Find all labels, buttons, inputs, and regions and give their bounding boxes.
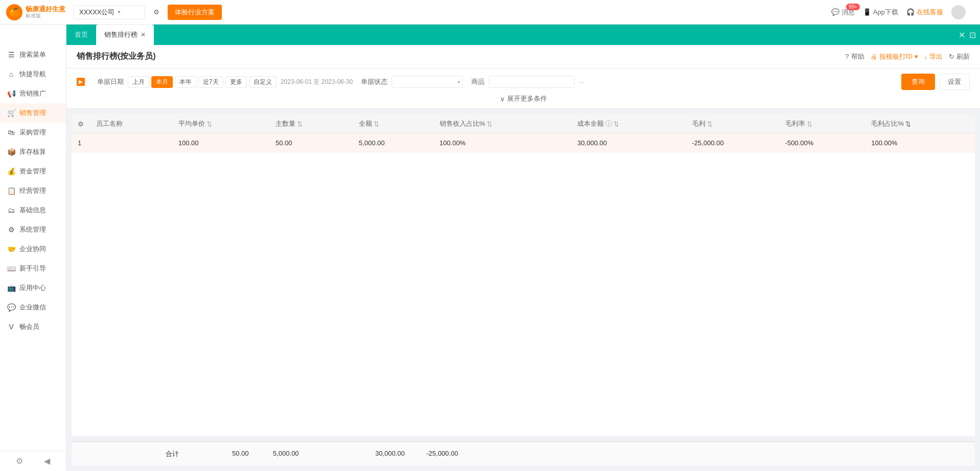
top-bar: 🍊 畅康通好生意 标准版 XXXXX公司 ▾ ⚙ 体验行业方案 💬 消息 99+… xyxy=(0,0,980,25)
sidebar-item-inventory[interactable]: 📦 库存核算 xyxy=(0,142,66,162)
sidebar-item-ops[interactable]: 📋 经营管理 xyxy=(0,181,66,200)
th-avg-price-label[interactable]: 平均单价⇅ xyxy=(178,119,212,128)
logo-title: 畅康通好生意 xyxy=(26,5,65,13)
date-btn-7days[interactable]: 近7天 xyxy=(198,76,223,88)
sidebar-label-guide: 新手引导 xyxy=(19,264,46,273)
sidebar-label-appcenter: 应用中心 xyxy=(19,283,46,293)
sidebar-item-sys[interactable]: ⚙ 系统管理 xyxy=(0,220,66,239)
date-btn-custom[interactable]: 自定义 xyxy=(249,76,277,88)
sidebar-label-inventory: 库存核算 xyxy=(19,147,46,156)
sort-gross-icon: ⇅ xyxy=(707,120,713,128)
sidebar-item-member[interactable]: V 畅会员 xyxy=(0,317,66,337)
th-qty-label[interactable]: 主数量⇅ xyxy=(276,119,303,128)
app-download-label: App下载 xyxy=(873,8,898,17)
search-icon: ☰ xyxy=(7,51,15,59)
sidebar-label-sys: 系统管理 xyxy=(19,225,46,234)
goods-input[interactable] xyxy=(489,76,575,88)
th-cost: 成本全额 ⓘ⇅ xyxy=(571,114,686,134)
print-button[interactable]: 🖨 按模板打印 ▾ xyxy=(871,52,918,61)
status-select[interactable] xyxy=(392,76,463,88)
goods-more-icon[interactable]: ··· xyxy=(579,78,584,86)
tab-bar-actions: ✕ ⊡ xyxy=(959,30,980,40)
cell-rank: 1 xyxy=(72,134,90,152)
sidebar-item-search-order[interactable]: ☰ 搜索菜单 xyxy=(0,45,66,64)
date-btn-this-month[interactable]: 本月 xyxy=(151,76,173,88)
tab-close-icon[interactable]: ✕ xyxy=(141,31,146,38)
th-sales-pct-label[interactable]: 销售收入占比%⇅ xyxy=(440,119,493,128)
sidebar-item-basic[interactable]: 🗂 基础信息 xyxy=(0,200,66,220)
query-button[interactable]: 查询 xyxy=(901,74,935,90)
cell-cost: 30,000.00 xyxy=(571,134,686,152)
tab-home[interactable]: 首页 xyxy=(66,25,96,45)
sidebar-item-guide[interactable]: 📖 新手引导 xyxy=(0,259,66,278)
top-bar-right: 💬 消息 99+ 📱 App下载 🎧 在线客服 xyxy=(831,5,974,19)
app-download-button[interactable]: 📱 App下载 xyxy=(863,8,898,17)
th-gross-rate-label[interactable]: 毛利率⇅ xyxy=(785,119,812,128)
tab-sales-rank[interactable]: 销售排行榜 ✕ xyxy=(96,25,154,45)
page-actions: ? 帮助 🖨 按模板打印 ▾ ↓ 导出 ↻ 刷新 xyxy=(845,52,970,61)
refresh-button[interactable]: ↻ 刷新 xyxy=(949,52,970,61)
member-icon: V xyxy=(7,323,15,331)
company-selector[interactable]: XXXXX公司 ▾ xyxy=(74,5,145,19)
date-btn-last-month[interactable]: 上月 xyxy=(128,76,149,88)
inventory-icon: 📦 xyxy=(7,148,15,156)
sort-avg-price-icon: ⇅ xyxy=(207,120,212,128)
logo-icon: 🍊 xyxy=(6,4,22,20)
settings-icon[interactable]: ⚙ xyxy=(149,5,164,19)
filter-row: ▶ 单据日期 上月 本月 本年 近7天 更多 自定义 2023-06-01 至 … xyxy=(77,74,970,90)
wechat-icon: 💬 xyxy=(7,303,15,311)
trial-button[interactable]: 体验行业方案 xyxy=(168,5,222,20)
th-gross-pct: 毛利占比% ⇅ xyxy=(865,114,975,134)
sidebar-settings-icon[interactable]: ⚙ xyxy=(16,456,23,466)
notif-badge: 99+ xyxy=(846,4,860,10)
sidebar-item-appcenter[interactable]: 📺 应用中心 xyxy=(0,278,66,298)
notification-button[interactable]: 💬 消息 99+ xyxy=(831,8,855,17)
sidebar-item-sales[interactable]: 🛒 销售管理 xyxy=(0,103,66,123)
status-filter: 单据状态 xyxy=(361,76,463,88)
sidebar-item-wechat[interactable]: 💬 企业微信 xyxy=(0,298,66,317)
sidebar-item-purchase[interactable]: 🛍 采购管理 xyxy=(0,123,66,142)
th-cost-label[interactable]: 成本全额 ⓘ⇅ xyxy=(577,119,619,128)
filter-collapse-icon[interactable]: ▶ xyxy=(77,78,85,86)
help-button[interactable]: ? 帮助 xyxy=(845,52,864,61)
sidebar-label-member: 畅会员 xyxy=(19,322,39,331)
table-row: 1 100.00 50.00 5,000.00 100.00% 30,000.0… xyxy=(72,134,975,152)
data-table: ⚙ 员工名称 平均单价⇅ 主数量⇅ 全额⇅ 销售收入占比%⇅ 成本全额 ⓘ⇅ 毛… xyxy=(72,114,975,152)
sidebar: ☰ 搜索菜单 ⌂ 快捷导航 📢 营销推广 🛒 销售管理 🛍 采购管理 📦 库 xyxy=(0,25,66,471)
sidebar-label-marketing: 营销推广 xyxy=(19,89,46,98)
table-footer: 合计 50.00 5,000.00 30,000.00 -25,000.00 xyxy=(72,441,975,466)
sidebar-label-search: 搜索菜单 xyxy=(19,50,46,59)
th-gross-pct-label[interactable]: 毛利占比% ⇅ xyxy=(871,119,911,128)
online-service-button[interactable]: 🎧 在线客服 xyxy=(906,8,943,17)
sidebar-item-marketing[interactable]: 📢 营销推广 xyxy=(0,84,66,103)
cell-gross-pct: 100.00% xyxy=(865,134,975,152)
th-amount-label[interactable]: 全额⇅ xyxy=(359,119,379,128)
headset-icon: 🎧 xyxy=(906,8,915,16)
footer-cost: 30,000.00 xyxy=(369,447,420,461)
sidebar-label-wechat: 企业微信 xyxy=(19,303,46,312)
sidebar-collapse-icon[interactable]: ◀ xyxy=(44,456,50,466)
avatar[interactable] xyxy=(951,5,966,19)
sys-icon: ⚙ xyxy=(7,226,15,234)
th-settings[interactable]: ⚙ xyxy=(72,114,90,134)
export-label: 导出 xyxy=(929,52,943,61)
main-area: ☰ 搜索菜单 ⌂ 快捷导航 📢 营销推广 🛒 销售管理 🛍 采购管理 📦 库 xyxy=(0,25,980,471)
sidebar-item-quick-nav[interactable]: ⌂ 快捷导航 xyxy=(0,64,66,84)
export-button[interactable]: ↓ 导出 xyxy=(924,52,943,61)
sidebar-item-fund[interactable]: 💰 资金管理 xyxy=(0,162,66,181)
th-gross-label[interactable]: 毛利⇅ xyxy=(692,119,713,128)
th-amount: 全额⇅ xyxy=(353,114,434,134)
print-icon: 🖨 xyxy=(871,53,877,60)
tab-close-all-icon[interactable]: ✕ xyxy=(959,30,965,40)
date-btn-this-year[interactable]: 本年 xyxy=(175,76,196,88)
filter-settings-button[interactable]: 设置 xyxy=(939,74,970,90)
tab-maximize-icon[interactable]: ⊡ xyxy=(969,30,976,40)
date-btn-more[interactable]: 更多 xyxy=(225,76,247,88)
sort-gross-rate-icon: ⇅ xyxy=(807,120,812,128)
cell-qty: 50.00 xyxy=(269,134,353,152)
tab-bar: 首页 销售排行榜 ✕ ✕ ⊡ xyxy=(66,25,980,45)
sidebar-item-enterprise[interactable]: 🤝 企业协同 xyxy=(0,239,66,259)
goods-filter: 商品 ··· xyxy=(471,76,584,88)
sidebar-label-sales: 销售管理 xyxy=(19,108,46,118)
expand-more-button[interactable]: ∨ 展开更多条件 xyxy=(500,94,547,103)
